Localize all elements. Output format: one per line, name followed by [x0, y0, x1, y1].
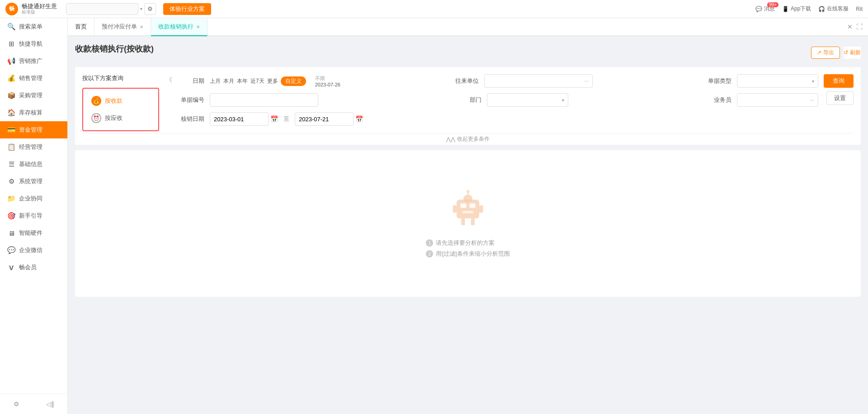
sidebar-collapse-btn[interactable]: ◁‖ [43, 398, 57, 410]
sidebar-item-purchase[interactable]: 📦 采购管理 [0, 87, 67, 104]
username-label: Rit [856, 6, 863, 12]
sidebar-item-sales[interactable]: 💰 销售管理 [0, 70, 67, 87]
sidebar-item-collab[interactable]: 📁 企业协同 [0, 190, 67, 207]
collapse-arrow[interactable]: 《 [165, 76, 174, 84]
date-this-month-btn[interactable]: 本月 [223, 77, 234, 85]
svg-rect-1 [460, 204, 466, 208]
dept-label: 部门 [456, 96, 481, 104]
verif-date-to-input[interactable] [295, 112, 354, 126]
sidebar-item-nav[interactable]: ⊞ 快捷导航 [0, 35, 67, 52]
tab-collection[interactable]: 收款核销执行 ✕ [151, 18, 208, 36]
topbar-search-input[interactable] [66, 3, 138, 15]
sidebar-item-finance[interactable]: 💳 资金管理 [0, 121, 67, 138]
service-icon: 🎧 [818, 6, 825, 12]
filter-option-by-receivable[interactable]: ⏰ 按应收 [87, 109, 155, 127]
filter-panel: 按以下方案查询 💰 按收款 ⏰ 按应收 [75, 67, 861, 145]
message-badge: 99+ [767, 2, 778, 7]
date-last-month-btn[interactable]: 上月 [210, 77, 221, 85]
topbar: 畅 畅捷通好生意 标准版 ▾ ⚙ 体验行业方案 💬 消息 99+ 📱 App下载… [0, 0, 868, 18]
export-icon: ↗ [817, 49, 821, 56]
sidebar-settings-btn[interactable]: ⚙ [11, 398, 22, 410]
query-button[interactable]: 查询 [824, 74, 854, 88]
user-profile[interactable]: Rit [856, 6, 863, 12]
date-more-btn[interactable]: 更多 [267, 77, 278, 85]
dept-selector[interactable]: ▾ [487, 93, 568, 107]
guide-icon: 🎯 [7, 212, 15, 220]
sidebar-item-member[interactable]: V 畅会员 [0, 259, 67, 276]
bill-type-arrow: ▾ [812, 79, 814, 84]
svg-rect-4 [453, 205, 457, 213]
sales-icon: 💰 [7, 74, 15, 82]
app-icon: 📱 [782, 6, 789, 12]
bill-type-selector[interactable]: ▾ [737, 74, 818, 88]
sidebar-item-system[interactable]: ⚙ 系统管理 [0, 173, 67, 190]
date-unlimited-label: 不限 [315, 75, 340, 82]
date-this-year-btn[interactable]: 本年 [237, 77, 248, 85]
empty-tip-2: 2 用[过滤]条件来缩小分析范围 [426, 250, 509, 258]
counterparty-dots[interactable]: ··· [584, 78, 589, 84]
filter-option-by-receipt[interactable]: 💰 按收款 [87, 92, 155, 109]
purchase-icon: 📦 [7, 91, 15, 100]
verif-date-from-group: 📅 [210, 112, 278, 126]
verif-date-label: 核销日期 [179, 115, 204, 123]
bill-no-input[interactable] [210, 93, 318, 107]
filter-section-title: 按以下方案查询 [82, 74, 159, 82]
empty-illustration [445, 186, 491, 232]
filter-settings-button[interactable]: 设置 [826, 91, 854, 105]
tab-prepay-close[interactable]: ✕ [140, 24, 143, 29]
sidebar-item-marketing[interactable]: 📢 营销推广 [0, 52, 67, 70]
filter-row-1: 日期 上月 本月 本年 近7天 更多 自定义 不限 2 [179, 74, 818, 88]
verif-date-from-cal-icon[interactable]: 📅 [270, 115, 278, 123]
edition-label: 标准版 [22, 10, 57, 15]
tab-home[interactable]: 首页 [68, 18, 94, 36]
member-icon: V [7, 264, 15, 271]
export-button[interactable]: ↗ 导出 [811, 47, 840, 59]
svg-rect-0 [457, 200, 479, 219]
topbar-dropdown-icon[interactable]: ▾ [140, 6, 142, 11]
svg-point-8 [463, 195, 472, 202]
collapse-more-row: ⋀⋀ 收起更多条件 [82, 133, 854, 145]
brand-name: 畅捷通好生意 [22, 3, 57, 10]
date-separator: 至 [283, 115, 289, 123]
tabbar-actions: ✕ ⛶ [847, 23, 868, 30]
topbar-left: 畅 畅捷通好生意 标准版 ▾ ⚙ 体验行业方案 [5, 3, 211, 15]
verif-date-to-group: 📅 [295, 112, 363, 126]
collapse-more-btn[interactable]: ⋀⋀ 收起更多条件 [82, 133, 854, 145]
page-title: 收款核销执行(按收款) [75, 43, 154, 54]
bill-no-label: 单据编号 [179, 96, 204, 104]
staff-selector[interactable]: ··· [737, 93, 818, 107]
date-custom-btn[interactable]: 自定义 [281, 76, 306, 86]
staff-dots[interactable]: ··· [810, 97, 814, 103]
sidebar-item-search[interactable]: 🔍 搜索菜单 [0, 18, 67, 35]
verif-date-to-cal-icon[interactable]: 📅 [355, 115, 363, 123]
app-download-btn[interactable]: 📱 App下载 [782, 5, 811, 13]
tab-prepay[interactable]: 预付冲应付单 ✕ [94, 18, 151, 36]
date-7days-btn[interactable]: 近7天 [250, 77, 264, 85]
tab-close-all-icon[interactable]: ✕ [847, 23, 853, 30]
tab-expand-icon[interactable]: ⛶ [856, 23, 863, 30]
dept-arrow: ▾ [562, 98, 564, 103]
sidebar-item-inventory[interactable]: 🏠 库存核算 [0, 104, 67, 121]
filter-actions: 查询 设置 [824, 74, 854, 131]
sidebar-item-hardware[interactable]: 🖥 智能硬件 [0, 224, 67, 242]
verif-date-from-input[interactable] [210, 112, 269, 126]
refresh-button[interactable]: ↺ 刷新 [844, 47, 861, 59]
sidebar-bottom: ⚙ ◁‖ [0, 394, 67, 414]
collab-icon: 📁 [7, 195, 15, 203]
settings-icon[interactable]: ⚙ [144, 3, 156, 15]
sidebar-item-management[interactable]: 📋 经营管理 [0, 138, 67, 156]
counterparty-selector[interactable]: ··· [484, 74, 593, 88]
sidebar-item-basic-info[interactable]: ☰ 基础信息 [0, 156, 67, 173]
header-actions: ↗ 导出 ↺ 刷新 [811, 47, 861, 59]
basic-info-icon: ☰ [7, 160, 15, 168]
sidebar-item-wechat[interactable]: 💬 企业微信 [0, 242, 67, 259]
content-area: 首页 预付冲应付单 ✕ 收款核销执行 ✕ ✕ ⛶ 收款核销执行(按收款) [68, 18, 868, 414]
online-service-btn[interactable]: 🎧 在线客服 [818, 5, 849, 13]
solution-button[interactable]: 体验行业方案 [163, 3, 211, 15]
sidebar-item-guide[interactable]: 🎯 新手引导 [0, 207, 67, 224]
date-from-label: 2023-07-26 [315, 82, 340, 87]
tab-collection-close[interactable]: ✕ [196, 24, 200, 29]
receivable-option-icon: ⏰ [91, 113, 101, 123]
message-btn[interactable]: 💬 消息 99+ [755, 5, 775, 13]
receipt-option-icon: 💰 [91, 96, 101, 106]
